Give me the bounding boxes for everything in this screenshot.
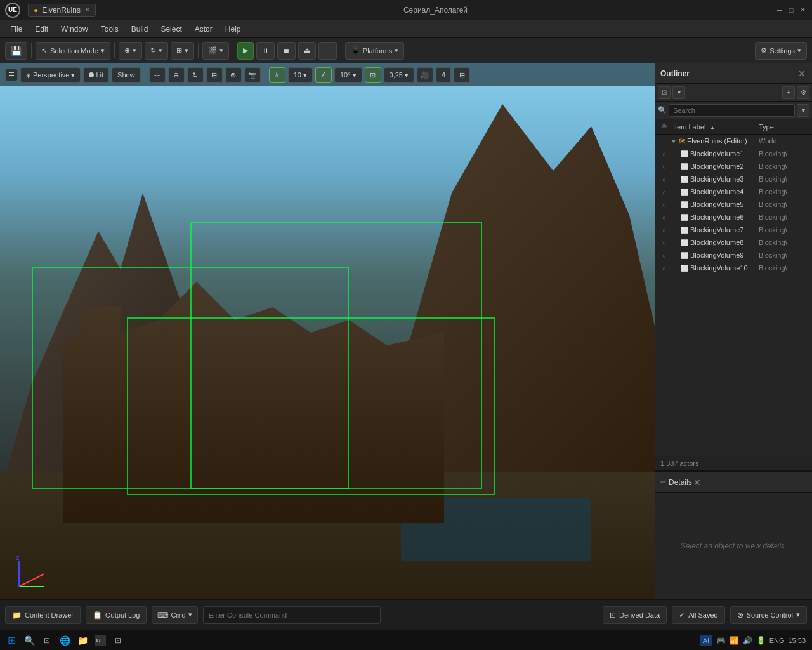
details-close-button[interactable]: ✕ [692,476,702,489]
pause-button[interactable]: ⏸ [256,42,275,60]
minimize-button[interactable]: ─ [775,6,784,15]
taskbar-ue-button[interactable]: UE [93,633,108,648]
derived-data-button[interactable]: ⊡ Derived Data [603,606,667,624]
stop-button[interactable]: ⏹ [277,42,296,60]
toolbar-sep-1 [31,43,32,58]
actor-count-bar: 1 387 actors [655,456,812,471]
col-type-header[interactable]: Type [759,123,809,131]
cam-value-button[interactable]: 4 [436,67,451,83]
outliner-search-input[interactable] [669,104,795,117]
tree-item-4[interactable]: ⬜ BlockingVolume5 Blocking\ [655,198,812,211]
taskbar-task-view-button[interactable]: ⊡ [39,633,55,648]
taskbar-extra-button[interactable]: ⊡ [110,633,126,648]
scale-value-button[interactable]: 0,25 ▾ [384,67,414,83]
settings-button[interactable]: ⚙ Settings ▾ [755,42,807,60]
window-controls: ─ □ ✕ [775,6,807,15]
menu-tools[interactable]: Tools [96,23,124,36]
platforms-button[interactable]: 📱 Platforms ▾ [345,42,404,60]
cmd-dropdown-icon: ▾ [188,611,192,619]
lit-button[interactable]: Lit [83,67,109,83]
save-button[interactable]: 💾 [5,42,27,60]
scale-tool-button[interactable]: ⊞ [206,67,223,83]
eject-button[interactable]: ⏏ [298,42,316,60]
select-tool-button[interactable]: ⊹ [149,67,166,83]
outliner-add-button[interactable]: + [782,86,795,99]
source-control-button[interactable]: ⊗ Source Control ▾ [730,606,807,624]
grid-icon: # [275,71,279,79]
taskbar-search-button[interactable]: 🔍 [22,633,37,648]
details-content: Select an object to view details. [655,493,812,599]
tree-item-9[interactable]: ⬜ BlockingVolume10 Blocking\ [655,262,812,274]
tree-item-0[interactable]: ⬜ BlockingVolume1 Blocking\ [655,147,812,160]
main-area: X Y Z ☰ ◈ Perspective ▾ Lit Show ⊹ ⊕ ↻ ⊞ [0,63,812,599]
menu-help[interactable]: Help [220,23,246,36]
project-tab[interactable]: ● ElvenRuins ✕ [28,4,96,17]
viewport-menu-button[interactable]: ☰ [5,69,18,81]
cmd-button[interactable]: ⌨ Cmd ▾ [152,606,197,624]
camera-tool-button[interactable]: 📷 [244,67,261,83]
item-0-type: Blocking\ [759,150,809,157]
outliner-tree[interactable]: ▼ 🗺 ElvenRuins (Editor) World ⬜ Blocking… [655,135,812,456]
rotate-tool-button[interactable]: ↻ [187,67,204,83]
menu-edit[interactable]: Edit [30,23,53,36]
play-button[interactable]: ▶ [237,42,254,60]
world-expand-icon[interactable]: ▼ [671,138,677,145]
show-button[interactable]: Show [112,67,141,83]
translate-tool-button[interactable]: ⊕ [168,67,185,83]
menu-actor[interactable]: Actor [190,23,218,36]
world-type: World [759,137,809,145]
close-button[interactable]: ✕ [798,6,807,15]
menu-select[interactable]: Select [155,23,187,36]
tree-item-7[interactable]: ⬜ BlockingVolume8 Blocking\ [655,236,812,249]
menu-window[interactable]: Window [56,23,93,36]
tree-item-6[interactable]: ⬜ BlockingVolume7 Blocking\ [655,223,812,236]
derived-data-icon: ⊡ [610,611,616,620]
transform-rotate-button[interactable]: ↻ ▾ [145,42,168,60]
outliner-options-button[interactable]: ▾ [672,86,685,99]
selection-mode-button[interactable]: ↖ Selection Mode ▾ [36,42,110,60]
restore-button[interactable]: □ [787,6,796,15]
search-options-button[interactable]: ▾ [797,104,809,117]
tree-item-5[interactable]: ⬜ BlockingVolume6 Blocking\ [655,211,812,223]
taskbar-nvidia-icon: 🎮 [716,636,726,645]
grid-value-button[interactable]: 10 ▾ [288,67,313,83]
content-drawer-button[interactable]: 📁 Content Drawer [5,606,81,624]
taskbar-ai-label[interactable]: Ai [700,635,712,646]
angle-value-button[interactable]: 10° ▾ [334,67,362,83]
transform-translate-button[interactable]: ⊕ ▾ [119,42,142,60]
grid-toggle-button[interactable]: # [269,67,285,83]
settings-gear-icon: ⚙ [761,46,767,55]
viewport[interactable]: X Y Z ☰ ◈ Perspective ▾ Lit Show ⊹ ⊕ ↻ ⊞ [0,63,655,599]
tree-item-1[interactable]: ⬜ BlockingVolume2 Blocking\ [655,160,812,173]
scale-toggle-button[interactable]: ⊡ [365,67,381,83]
menu-build[interactable]: Build [126,23,154,36]
maximize-viewport-button[interactable]: ⊞ [454,67,470,83]
tree-item-8[interactable]: ⬜ BlockingVolume9 Blocking\ [655,249,812,262]
taskbar-edge-button[interactable]: 🌐 [57,633,72,648]
col-item-label-header[interactable]: Item Label ▲ [671,123,759,131]
taskbar-explorer-button[interactable]: 📁 [75,633,90,648]
camera-speed-vp-button[interactable]: 🎥 [417,67,433,83]
project-close-icon[interactable]: ✕ [84,6,90,14]
play-more-button[interactable]: ⋯ [318,42,337,60]
project-dot: ● [34,6,38,15]
console-input[interactable] [203,606,381,624]
angle-toggle-button[interactable]: ∠ [315,67,332,83]
output-log-button[interactable]: 📋 Output Log [86,606,147,624]
taskbar-start-button[interactable]: ⊞ [4,633,19,648]
menu-file[interactable]: File [5,23,27,36]
tree-item-world[interactable]: ▼ 🗺 ElvenRuins (Editor) World [655,135,812,147]
outliner-settings-button[interactable]: ⚙ [797,86,809,99]
transform-scale-button[interactable]: ⊞ ▾ [171,42,194,60]
tree-item-3[interactable]: ⬜ BlockingVolume4 Blocking\ [655,185,812,198]
outliner-filter-button[interactable]: ⊡ [658,86,671,99]
all-saved-button[interactable]: ✓ All Saved [672,606,724,624]
wireframe-box-3 [127,317,495,495]
outliner-close-button[interactable]: ✕ [797,67,807,80]
perspective-button[interactable]: ◈ Perspective ▾ [20,67,81,83]
camera-speed-button[interactable]: 🎬 ▾ [202,42,229,60]
transform-tool-button[interactable]: ⊗ [225,67,242,83]
tree-item-2[interactable]: ⬜ BlockingVolume3 Blocking\ [655,173,812,185]
grid-value: 10 [294,71,301,79]
outliner-column-headers: 👁 Item Label ▲ Type [655,119,812,135]
